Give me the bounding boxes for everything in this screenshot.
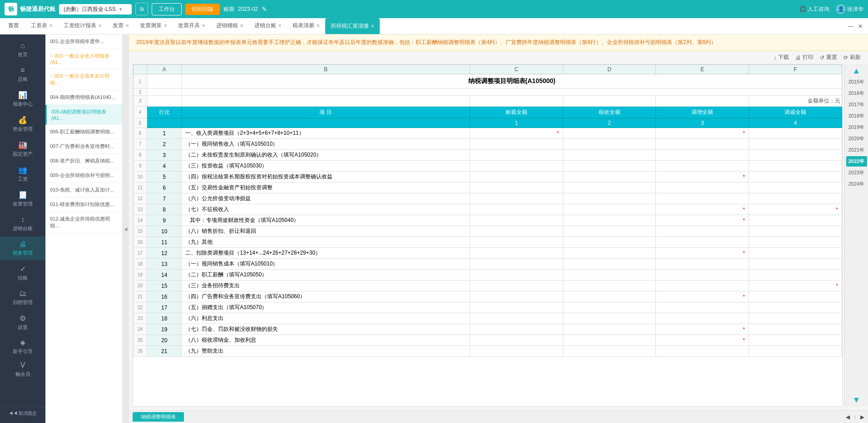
sidebar-item-member[interactable]: V 畅会员: [0, 359, 45, 380]
tab-invoice-open[interactable]: 发票开具✕: [173, 18, 211, 34]
tab-salary-report-close[interactable]: ✕: [98, 23, 102, 28]
report-icon: 📊: [18, 91, 27, 99]
company-selector[interactable]: (勿删）江西股金-LSS ▼: [59, 4, 132, 15]
sidebar-item-asset[interactable]: 🏭 固定资产: [0, 137, 45, 161]
tab-sales-ledger-close[interactable]: ✕: [278, 23, 282, 28]
tab-tax-list[interactable]: 税表清册✕: [287, 18, 325, 34]
sub-sidebar-item-010[interactable]: 010-免税、减计收入及加计...: [45, 183, 122, 197]
sidebar-item-report[interactable]: 📊 报表中心: [0, 87, 45, 111]
year-sidebar: ▲ 2015年 2016年 2017年 2018年 2019年 2020年 20…: [844, 64, 868, 407]
pin-button[interactable]: ◀◀ 取消固定: [9, 411, 37, 416]
home-icon: ⌂: [20, 42, 25, 50]
table-row: 11 6 （五）交易性金融资产初始投资调整: [134, 182, 842, 193]
year-item-2016[interactable]: 2016年: [846, 88, 867, 98]
copy-company-button[interactable]: ⧉: [135, 3, 148, 15]
year-item-2019[interactable]: 2019年: [846, 122, 867, 133]
trade-icon: ↕: [21, 216, 25, 224]
year-item-2021[interactable]: 2021年: [846, 145, 867, 155]
table-row: 17 12 二、扣除类调整项目（13+14+...24+26+27+28+29+…: [134, 248, 842, 259]
bottom-tab-bar: 纳税调整明细表 ◀ ： ▶: [129, 410, 868, 423]
user-menu[interactable]: 👤 徐泽华: [836, 4, 863, 14]
year-nav-up[interactable]: ▲: [852, 66, 862, 76]
tab-bar-minimize[interactable]: —: [848, 23, 853, 30]
logo: 畅 畅捷通易代账: [5, 3, 55, 15]
sidebar-item-fund[interactable]: 💰 资金管理: [0, 112, 45, 136]
sheet-scroll-left[interactable]: ◀: [846, 414, 850, 420]
year-item-2023[interactable]: 2023年: [846, 167, 867, 178]
tab-home[interactable]: 首页: [2, 18, 25, 34]
col-header-F: F: [749, 65, 842, 74]
tab-tax-calc-close[interactable]: ✕: [371, 24, 374, 29]
col-c3-num: 3: [656, 118, 749, 128]
consult-button[interactable]: 🎧 人工咨询: [799, 5, 829, 13]
avatar-icon: 👤: [836, 4, 846, 14]
tab-tax-calc[interactable]: 所得税汇算清缴✕: [325, 18, 380, 34]
sidebar-item-guide[interactable]: ◈ 新手引导: [0, 335, 45, 358]
reset-button[interactable]: ↺ 重置: [820, 54, 837, 61]
sub-sidebar-item-012[interactable]: 012-减免企业所得税优惠明细...: [45, 212, 122, 233]
sub-sidebar-item-007[interactable]: 007-广告费和业务宣传费时...: [45, 139, 122, 154]
tab-tax-list-close[interactable]: ✕: [316, 23, 320, 28]
year-nav-down[interactable]: ▼: [852, 395, 862, 405]
refresh-icon: ⟳: [843, 54, 848, 61]
sidebar-item-close-account[interactable]: ✓ 结账: [0, 261, 45, 285]
sub-sidebar-item-004[interactable]: 004-期间费用明细表(A1040...: [45, 90, 122, 105]
tab-salary-report[interactable]: 工资统计报表✕: [58, 18, 107, 34]
tab-invoice-open-close[interactable]: ✕: [202, 23, 205, 28]
tab-bar-close-all[interactable]: ✕: [858, 23, 863, 30]
sidebar: ⌂ 首页 ≡ 总账 📊 报表中心 💰 资金管理 🏭 固定资产 👥 工资 🧾 发票…: [0, 34, 45, 423]
period-edit-icon[interactable]: ✎: [262, 5, 267, 13]
sub-sidebar-item-003[interactable]: ○ 003-一般企业成本支出明细...: [45, 69, 122, 90]
tab-sales-check[interactable]: 进销稽核✕: [211, 18, 249, 34]
year-item-2018[interactable]: 2018年: [846, 111, 867, 121]
download-button[interactable]: ↓ 下载: [774, 54, 789, 61]
sub-sidebar-item-011[interactable]: 011-研发费用加计扣除优惠...: [45, 197, 122, 212]
table-row: 22 17 （五）捐赠支出（填写A105070）: [134, 302, 842, 313]
refresh-button[interactable]: ⟳ 刷新: [843, 54, 861, 61]
table-container[interactable]: A B C D E F 1: [133, 64, 843, 407]
col-c3-header: 调增全额: [656, 107, 749, 118]
sidebar-item-trade[interactable]: ↕ 进销台账: [0, 212, 45, 236]
col-header-D: D: [563, 65, 656, 74]
table-title: 纳税调整项目明细表(A105000): [182, 74, 842, 89]
sub-sidebar-item-008[interactable]: 008-资产折旧、摊销及纳税...: [45, 154, 122, 168]
old-version-button[interactable]: 切到旧版: [185, 4, 220, 15]
year-item-2024[interactable]: 2024年: [846, 179, 867, 189]
year-item-2017[interactable]: 2017年: [846, 99, 867, 110]
tab-sales-check-close[interactable]: ✕: [240, 23, 243, 28]
year-item-2020[interactable]: 2020年: [846, 133, 867, 144]
sub-sidebar-collapse[interactable]: ◀: [123, 34, 129, 423]
sidebar-item-tax[interactable]: 🖨 税务管理: [0, 236, 45, 260]
sub-sidebar-item-005[interactable]: 005-纳税调整项目明细表(A1...: [45, 105, 122, 125]
tab-invoice[interactable]: 发票✕: [107, 18, 134, 34]
sidebar-item-home[interactable]: ⌂ 首页: [0, 38, 45, 62]
sidebar-item-settings[interactable]: ⚙ 设置: [0, 310, 45, 334]
sidebar-item-salary[interactable]: 👥 工资: [0, 162, 45, 186]
tab-invoice-calc-close[interactable]: ✕: [164, 23, 167, 28]
work-tab-button[interactable]: 工作台: [152, 3, 182, 15]
print-button[interactable]: 🖨 打印: [795, 54, 813, 61]
year-item-2022[interactable]: 2022年: [846, 156, 867, 167]
sub-sidebar-item-002[interactable]: ○ 002-一般企业收入明细表(A1...: [45, 49, 122, 69]
col-c1-header: 账载全额: [470, 107, 563, 118]
tab-salary[interactable]: 工资表✕: [25, 18, 58, 34]
sidebar-item-ledger[interactable]: ≡ 总账: [0, 63, 45, 86]
year-item-2015[interactable]: 2015年: [846, 77, 867, 87]
sub-sidebar-item-006[interactable]: 006-职工薪酬纳税调整明细...: [45, 125, 122, 139]
sheet-scroll-right[interactable]: ▶: [860, 414, 864, 420]
tab-invoice-close[interactable]: ✕: [125, 23, 129, 28]
sidebar-item-invoice[interactable]: 🧾 发票管理: [0, 187, 45, 211]
invoice-icon: 🧾: [18, 191, 27, 199]
tab-invoice-calc[interactable]: 发票测算✕: [134, 18, 173, 34]
sidebar-item-archive[interactable]: 🗂 归档管理: [0, 286, 45, 310]
company-dropdown-icon: ▼: [119, 7, 123, 12]
sub-sidebar-item-009[interactable]: 009-企业所得税弥补亏损明...: [45, 168, 122, 183]
main-panel: 2019年度涉及取以前年度继续数据的申报表单元格需要手工维护正确，才能保证本年及…: [129, 34, 868, 423]
col-c4-header: 调减全额: [749, 107, 842, 118]
tab-salary-close[interactable]: ✕: [49, 23, 53, 28]
tab-sales-ledger[interactable]: 进销台账✕: [249, 18, 287, 34]
bottom-tab-active[interactable]: 纳税调整明细表: [133, 412, 184, 422]
table-row: 19 14 （二）职工薪酬（填写A105050）: [134, 270, 842, 280]
sidebar-label-home: 首页: [18, 51, 28, 58]
sub-sidebar-item-001[interactable]: 001-企业所得税年度申...: [45, 34, 122, 49]
